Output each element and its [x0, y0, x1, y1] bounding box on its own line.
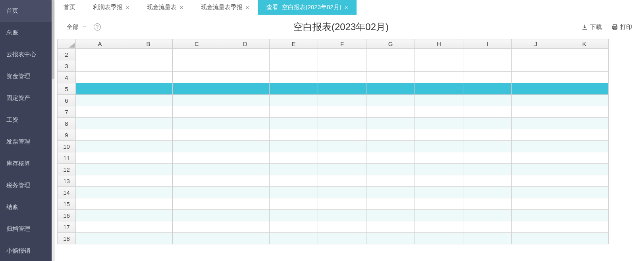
cell-H4[interactable]	[415, 72, 463, 83]
column-header-H[interactable]: H	[415, 39, 463, 49]
cell-E14[interactable]	[270, 187, 318, 198]
cell-D18[interactable]	[221, 233, 270, 244]
cell-G8[interactable]	[366, 118, 415, 129]
row-header-8[interactable]: 8	[58, 118, 76, 129]
cell-J12[interactable]	[512, 164, 560, 175]
cell-E12[interactable]	[270, 164, 318, 175]
cell-B15[interactable]	[124, 198, 173, 210]
cell-C3[interactable]	[173, 60, 221, 72]
cell-E18[interactable]	[270, 233, 318, 244]
cell-F10[interactable]	[318, 141, 366, 152]
cell-I10[interactable]	[463, 141, 512, 152]
cell-J5[interactable]	[512, 83, 560, 95]
cell-B13[interactable]	[124, 175, 173, 187]
cell-G7[interactable]	[366, 106, 415, 118]
row-header-18[interactable]: 18	[58, 233, 76, 244]
cell-C5[interactable]	[173, 83, 221, 95]
cell-H6[interactable]	[415, 95, 463, 106]
sidebar-item-3[interactable]: 资金管理	[0, 65, 52, 87]
cell-B8[interactable]	[124, 118, 173, 129]
cell-I13[interactable]	[463, 175, 512, 187]
cell-C7[interactable]	[173, 106, 221, 118]
cell-E7[interactable]	[270, 106, 318, 118]
cell-H3[interactable]	[415, 60, 463, 72]
cell-B16[interactable]	[124, 210, 173, 221]
cell-I4[interactable]	[463, 72, 512, 83]
cell-H17[interactable]	[415, 221, 463, 233]
cell-D9[interactable]	[221, 129, 270, 141]
cell-C12[interactable]	[173, 164, 221, 175]
cell-J11[interactable]	[512, 152, 560, 164]
cell-D8[interactable]	[221, 118, 270, 129]
tab-4[interactable]: 查看_空白报表(2023年02月)×	[258, 0, 357, 15]
sidebar-scroll-thumb[interactable]	[52, 0, 54, 79]
cell-D13[interactable]	[221, 175, 270, 187]
download-button[interactable]: 下载	[581, 23, 602, 31]
cell-E2[interactable]	[270, 49, 318, 60]
cell-G2[interactable]	[366, 49, 415, 60]
close-icon[interactable]: ×	[126, 4, 129, 11]
cell-H5[interactable]	[415, 83, 463, 95]
cell-A17[interactable]	[76, 221, 124, 233]
cell-G12[interactable]	[366, 164, 415, 175]
sidebar-scrollbar[interactable]	[52, 0, 55, 261]
cell-A4[interactable]	[76, 72, 124, 83]
cell-H14[interactable]	[415, 187, 463, 198]
cell-A2[interactable]	[76, 49, 124, 60]
cell-C11[interactable]	[173, 152, 221, 164]
cell-D2[interactable]	[221, 49, 270, 60]
cell-J8[interactable]	[512, 118, 560, 129]
column-header-E[interactable]: E	[270, 39, 318, 49]
cell-J17[interactable]	[512, 221, 560, 233]
cell-A13[interactable]	[76, 175, 124, 187]
cell-I8[interactable]	[463, 118, 512, 129]
cell-B18[interactable]	[124, 233, 173, 244]
cell-C18[interactable]	[173, 233, 221, 244]
cell-G9[interactable]	[366, 129, 415, 141]
cell-B5[interactable]	[124, 83, 173, 95]
sidebar-item-8[interactable]: 税务管理	[0, 175, 52, 196]
cell-F4[interactable]	[318, 72, 366, 83]
cell-D12[interactable]	[221, 164, 270, 175]
cell-A18[interactable]	[76, 233, 124, 244]
cell-A14[interactable]	[76, 187, 124, 198]
cell-J10[interactable]	[512, 141, 560, 152]
cell-K17[interactable]	[560, 221, 609, 233]
row-header-13[interactable]: 13	[58, 175, 76, 187]
column-header-C[interactable]: C	[173, 39, 221, 49]
cell-K6[interactable]	[560, 95, 609, 106]
cell-K5[interactable]	[560, 83, 609, 95]
cell-J4[interactable]	[512, 72, 560, 83]
filter-dropdown[interactable]: 全部 ﹀ ?	[67, 23, 101, 31]
sidebar-item-0[interactable]: 首页	[0, 0, 52, 22]
cell-E16[interactable]	[270, 210, 318, 221]
cell-G10[interactable]	[366, 141, 415, 152]
tab-3[interactable]: 现金流量表季报×	[192, 0, 258, 15]
row-header-16[interactable]: 16	[58, 210, 76, 221]
cell-E8[interactable]	[270, 118, 318, 129]
cell-B9[interactable]	[124, 129, 173, 141]
cell-D4[interactable]	[221, 72, 270, 83]
cell-E13[interactable]	[270, 175, 318, 187]
cell-I7[interactable]	[463, 106, 512, 118]
row-header-7[interactable]: 7	[58, 106, 76, 118]
cell-A5[interactable]	[76, 83, 124, 95]
row-header-5[interactable]: 5	[58, 83, 76, 95]
cell-D3[interactable]	[221, 60, 270, 72]
cell-J2[interactable]	[512, 49, 560, 60]
cell-K18[interactable]	[560, 233, 609, 244]
cell-F6[interactable]	[318, 95, 366, 106]
row-header-6[interactable]: 6	[58, 95, 76, 106]
cell-E4[interactable]	[270, 72, 318, 83]
row-header-4[interactable]: 4	[58, 72, 76, 83]
column-header-B[interactable]: B	[124, 39, 173, 49]
sidebar-item-2[interactable]: 云报表中心	[0, 44, 52, 65]
sidebar-item-10[interactable]: 归档管理	[0, 218, 52, 240]
sidebar-item-11[interactable]: 小畅报销	[0, 240, 52, 261]
cell-H12[interactable]	[415, 164, 463, 175]
cell-B4[interactable]	[124, 72, 173, 83]
cell-I9[interactable]	[463, 129, 512, 141]
cell-F3[interactable]	[318, 60, 366, 72]
cell-C15[interactable]	[173, 198, 221, 210]
cell-H18[interactable]	[415, 233, 463, 244]
